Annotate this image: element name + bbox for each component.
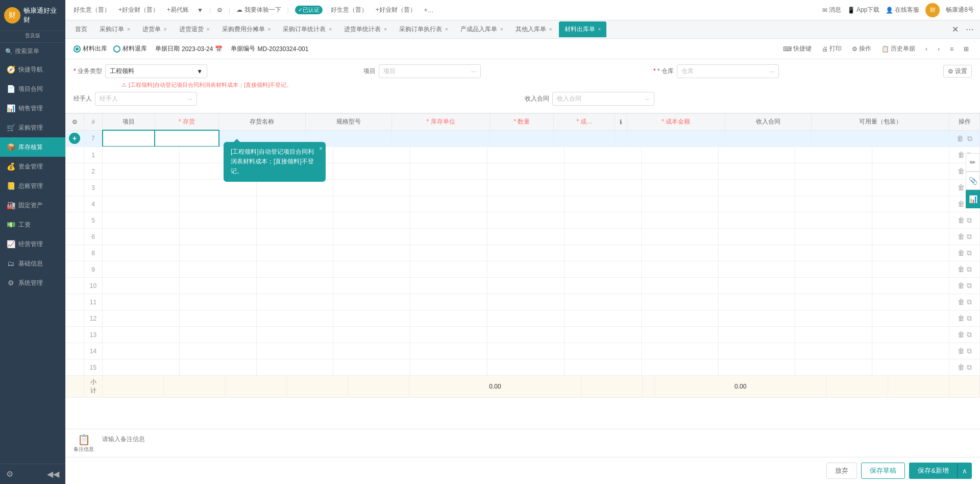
row-inv-name-cell[interactable] <box>256 294 333 310</box>
row-project-cell[interactable] <box>103 180 180 196</box>
row-spec-cell[interactable] <box>333 359 410 376</box>
right-chart-btn[interactable]: 📊 <box>966 190 980 208</box>
row-inv-cell[interactable] <box>179 359 256 376</box>
topbar-haoyecai2[interactable]: +好业财（普） <box>374 6 418 14</box>
row-cost-amount-cell[interactable] <box>718 212 795 229</box>
row-qty-cell[interactable] <box>487 310 565 327</box>
row-inv-cell[interactable] <box>179 180 256 196</box>
row-qty-cell[interactable] <box>487 229 565 245</box>
topbar-haoshengyi2[interactable]: 好生意（普） <box>329 6 370 14</box>
row-income-contract-cell[interactable] <box>795 327 872 343</box>
row-unit-cell[interactable] <box>410 359 487 376</box>
settings-bottom-btn[interactable]: ⚙ <box>6 469 13 479</box>
copy-row-btn[interactable]: ⧉ <box>967 347 972 355</box>
row-income-contract-cell[interactable] <box>795 261 872 278</box>
tab-purchase-order[interactable]: 采购订单 × <box>94 21 136 37</box>
row-cost-amount-cell[interactable] <box>718 327 795 343</box>
copy-row-btn[interactable]: ⧉ <box>967 298 972 306</box>
row-cost-amount-cell[interactable] <box>718 163 795 180</box>
delete-row-btn[interactable]: 🗑 <box>958 265 965 273</box>
row-qty-cell[interactable] <box>487 359 565 376</box>
row-income-contract-cell[interactable] <box>795 310 872 327</box>
sidebar-item-inventory[interactable]: 📦 库存核算 <box>0 137 65 157</box>
row-project-cell[interactable] <box>103 196 180 212</box>
shortcut-btn[interactable]: ⌨ 快捷键 <box>780 43 815 55</box>
tab-close-icon[interactable]: × <box>127 27 130 32</box>
row-inv-name-cell[interactable] <box>256 245 333 261</box>
tab-close-icon[interactable]: × <box>164 27 167 32</box>
row-cost-amount-cell[interactable] <box>718 343 795 359</box>
row-inv-name-cell[interactable] <box>256 343 333 359</box>
row-qty-cell[interactable] <box>487 278 565 294</box>
row-qty-cell[interactable] <box>487 147 565 163</box>
row-spec-cell[interactable] <box>333 163 410 180</box>
row-project-cell[interactable] <box>103 130 155 147</box>
row-cost-amount-cell[interactable] <box>718 294 795 310</box>
row-cost-amount-cell[interactable] <box>718 261 795 278</box>
row-unit-cell[interactable] <box>410 163 487 180</box>
row-cost-cell[interactable] <box>564 261 641 278</box>
sidebar-item-purchase[interactable]: 🛒 采购管理 <box>0 118 65 137</box>
row-income-contract-cell[interactable] <box>795 212 872 229</box>
row-spec-cell[interactable] <box>333 180 410 196</box>
row-cost-cell[interactable] <box>564 147 641 163</box>
delete-row-btn[interactable]: 🗑 <box>957 134 964 142</box>
sidebar-item-payroll[interactable]: 💵 工资 <box>0 215 65 234</box>
row-income-contract-cell[interactable] <box>795 229 872 245</box>
row-income-contract-cell[interactable] <box>795 245 872 261</box>
row-project-cell[interactable] <box>103 359 180 376</box>
calendar-icon[interactable]: 📅 <box>215 45 223 53</box>
sidebar-item-system[interactable]: ⚙ 系统管理 <box>0 273 65 293</box>
row-inv-cell[interactable] <box>179 310 256 327</box>
col-settings[interactable]: ⚙ <box>66 114 84 131</box>
nav-tabs-btn[interactable]: ⋯ <box>964 23 976 35</box>
tab-close-icon[interactable]: × <box>549 27 552 32</box>
online-service-btn[interactable]: 👤 在线客服 <box>886 6 919 14</box>
copy-row-btn[interactable]: ⧉ <box>967 232 972 240</box>
sidebar-item-ops[interactable]: 📈 经营管理 <box>0 234 65 254</box>
row-project-cell[interactable] <box>103 245 180 261</box>
row-income-contract-cell[interactable] <box>795 163 872 180</box>
row-cost-cell[interactable] <box>564 196 641 212</box>
save-draft-button[interactable]: 保存草稿 <box>861 463 905 479</box>
row-project-cell[interactable] <box>103 261 180 278</box>
row-qty-cell[interactable] <box>487 261 565 278</box>
delete-row-btn[interactable]: 🗑 <box>958 183 965 191</box>
row-cost-cell[interactable] <box>564 180 641 196</box>
row-spec-cell[interactable] <box>333 196 410 212</box>
delete-row-btn[interactable]: 🗑 <box>958 151 965 159</box>
row-inv-name-cell[interactable] <box>256 278 333 294</box>
delete-row-btn[interactable]: 🗑 <box>958 281 965 289</box>
message-btn[interactable]: ✉ 消息 <box>822 6 841 14</box>
row-spec-cell[interactable] <box>333 294 410 310</box>
row-cost-amount-cell[interactable] <box>718 359 795 376</box>
row-project-cell[interactable] <box>103 163 180 180</box>
row-unit-cell[interactable] <box>410 343 487 359</box>
row-inv-name-cell[interactable] <box>256 229 333 245</box>
row-cost-amount-cell[interactable] <box>718 147 795 163</box>
notes-input[interactable] <box>100 433 972 445</box>
copy-row-btn[interactable]: ⧉ <box>967 216 972 224</box>
row-cost-cell[interactable] <box>564 229 641 245</box>
delete-row-btn[interactable]: 🗑 <box>958 363 965 371</box>
warehouse-input[interactable]: 仓库 ··· <box>677 64 779 78</box>
row-spec-cell[interactable] <box>333 310 410 327</box>
prev-btn[interactable]: ‹ <box>922 44 930 54</box>
copy-row-btn[interactable]: ⧉ <box>967 134 972 142</box>
row-qty-cell[interactable] <box>487 245 565 261</box>
row-qty-cell[interactable] <box>487 180 565 196</box>
row-cost-amount-cell[interactable] <box>718 180 795 196</box>
row-income-contract-cell[interactable] <box>795 343 872 359</box>
tab-home[interactable]: 首页 <box>69 21 93 37</box>
tab-close-icon[interactable]: × <box>268 27 271 32</box>
row-cost-cell[interactable] <box>564 359 641 376</box>
row-cost-cell[interactable] <box>564 327 641 343</box>
row-spec-cell[interactable] <box>333 212 410 229</box>
row-cost-cell[interactable] <box>564 310 641 327</box>
row-income-contract-cell[interactable] <box>725 130 812 147</box>
copy-row-btn[interactable]: ⧉ <box>967 281 972 289</box>
tab-close-icon[interactable]: × <box>329 27 332 32</box>
row-income-contract-cell[interactable] <box>795 147 872 163</box>
row-inv-cell[interactable] <box>179 196 256 212</box>
row-cost-cell[interactable] <box>564 163 641 180</box>
